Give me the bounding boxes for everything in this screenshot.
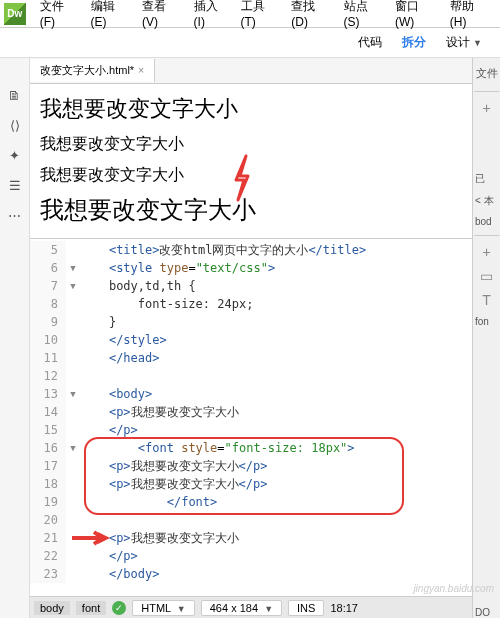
code-line[interactable]: 19 </font> [30, 493, 472, 511]
app-logo: Dw [4, 3, 26, 25]
text-icon[interactable]: T [482, 292, 491, 308]
document-tab[interactable]: 改变文字大小.html* × [30, 59, 155, 82]
line-number: 7 [30, 277, 66, 295]
line-number: 14 [30, 403, 66, 421]
menu-view[interactable]: 查看(V) [136, 0, 188, 33]
line-number: 20 [30, 511, 66, 529]
right-label-5: DO [473, 607, 500, 618]
breadcrumb-font[interactable]: font [76, 601, 106, 615]
line-number: 9 [30, 313, 66, 331]
preview-pane[interactable]: 我想要改变文字大小 我想要改变文字大小 我想要改变文字大小 我想要改变文字大小 [30, 84, 472, 239]
code-text: <p>我想要改变文字大小</p> [80, 457, 472, 475]
line-number: 16 [30, 439, 66, 457]
status-ok-icon[interactable]: ✓ [112, 601, 126, 615]
tab-bar: 改变文字大小.html* × [30, 58, 472, 84]
line-number: 19 [30, 493, 66, 511]
menu-insert[interactable]: 插入(I) [188, 0, 235, 33]
code-text: </body> [80, 565, 472, 583]
code-line[interactable]: 5 <title>改变html网页中文字的大小</title> [30, 241, 472, 259]
view-code-button[interactable]: 代码 [348, 30, 392, 55]
plus-icon-2[interactable]: + [482, 244, 490, 260]
fold-icon[interactable]: ▼ [66, 385, 80, 403]
status-size[interactable]: 464 x 184 ▼ [201, 600, 282, 616]
code-text: </p> [80, 547, 472, 565]
right-label-3: bod [473, 216, 500, 227]
view-design-button[interactable]: 设计▼ [436, 30, 492, 55]
line-number: 17 [30, 457, 66, 475]
menu-tools[interactable]: 工具(T) [235, 0, 286, 33]
code-line[interactable]: 23 </body> [30, 565, 472, 583]
menu-icon[interactable]: ☰ [6, 178, 24, 194]
line-number: 18 [30, 475, 66, 493]
view-design-label: 设计 [446, 35, 470, 49]
code-text: <p>我想要改变文字大小 [80, 403, 472, 421]
tab-filename: 改变文字大小.html* [40, 63, 134, 78]
code-line[interactable]: 6▼ <style type="text/css"> [30, 259, 472, 277]
menu-window[interactable]: 窗口(W) [389, 0, 444, 33]
status-cursor-pos: 18:17 [330, 602, 358, 614]
code-text: </style> [80, 331, 472, 349]
brackets-icon[interactable]: ⟨⟩ [6, 118, 24, 134]
line-number: 8 [30, 295, 66, 313]
code-line[interactable]: 9 } [30, 313, 472, 331]
code-line[interactable]: 16▼ <font style="font-size: 18px"> [30, 439, 472, 457]
code-line[interactable]: 21 <p>我想要改变文字大小 [30, 529, 472, 547]
view-split-button[interactable]: 拆分 [392, 30, 436, 55]
menu-find[interactable]: 查找(D) [285, 0, 337, 33]
code-line[interactable]: 20 [30, 511, 472, 529]
menu-edit[interactable]: 编辑(E) [85, 0, 137, 33]
code-text: <style type="text/css"> [80, 259, 472, 277]
breadcrumb-body[interactable]: body [34, 601, 70, 615]
code-text: </head> [80, 349, 472, 367]
code-line[interactable]: 22 </p> [30, 547, 472, 565]
line-number: 11 [30, 349, 66, 367]
status-ins[interactable]: INS [288, 600, 324, 616]
code-line[interactable]: 18 <p>我想要改变文字大小</p> [30, 475, 472, 493]
code-line[interactable]: 15 </p> [30, 421, 472, 439]
code-text: <body> [80, 385, 472, 403]
right-panel: 文件 + 已 < 本 bod + ▭ T fon DO [472, 58, 500, 618]
watermark: jingyan.baidu.com [413, 583, 494, 594]
code-line[interactable]: 10 </style> [30, 331, 472, 349]
chevron-down-icon: ▼ [473, 38, 482, 48]
lightning-annotation-icon [230, 154, 258, 202]
line-number: 22 [30, 547, 66, 565]
plus-icon[interactable]: + [482, 100, 490, 116]
right-title-files[interactable]: 文件 [474, 64, 500, 83]
file-icon[interactable]: 🗎 [6, 88, 24, 104]
preview-line-1: 我想要改变文字大小 [40, 94, 462, 124]
line-number: 5 [30, 241, 66, 259]
right-label-1: 已 [473, 172, 500, 186]
more-icon[interactable]: ⋯ [6, 208, 24, 224]
code-line[interactable]: 11 </head> [30, 349, 472, 367]
code-line[interactable]: 17 <p>我想要改变文字大小</p> [30, 457, 472, 475]
code-text: font-size: 24px; [80, 295, 472, 313]
fold-icon[interactable]: ▼ [66, 439, 80, 457]
line-number: 23 [30, 565, 66, 583]
code-line[interactable]: 7▼ body,td,th { [30, 277, 472, 295]
preview-line-2: 我想要改变文字大小 [40, 134, 462, 155]
line-number: 15 [30, 421, 66, 439]
code-text: </font> [80, 493, 472, 511]
code-pane[interactable]: 5 <title>改变html网页中文字的大小</title>6▼ <style… [30, 239, 472, 618]
wand-icon[interactable]: ✦ [6, 148, 24, 164]
status-bar: body font ✓ HTML ▼ 464 x 184 ▼ INS 18:17 [30, 596, 472, 618]
line-number: 10 [30, 331, 66, 349]
tab-close-icon[interactable]: × [138, 65, 144, 76]
menu-help[interactable]: 帮助(H) [444, 0, 496, 33]
line-number: 12 [30, 367, 66, 385]
line-number: 6 [30, 259, 66, 277]
code-line[interactable]: 13▼ <body> [30, 385, 472, 403]
left-toolbar: 🗎 ⟨⟩ ✦ ☰ ⋯ [0, 58, 30, 618]
doc-icon[interactable]: ▭ [480, 268, 493, 284]
menu-site[interactable]: 站点(S) [338, 0, 390, 33]
code-line[interactable]: 12 [30, 367, 472, 385]
code-line[interactable]: 14 <p>我想要改变文字大小 [30, 403, 472, 421]
status-lang-select[interactable]: HTML ▼ [132, 600, 195, 616]
code-text: } [80, 313, 472, 331]
fold-icon[interactable]: ▼ [66, 259, 80, 277]
code-text: <title>改变html网页中文字的大小</title> [80, 241, 472, 259]
fold-icon[interactable]: ▼ [66, 277, 80, 295]
menu-file[interactable]: 文件(F) [34, 0, 85, 33]
code-line[interactable]: 8 font-size: 24px; [30, 295, 472, 313]
